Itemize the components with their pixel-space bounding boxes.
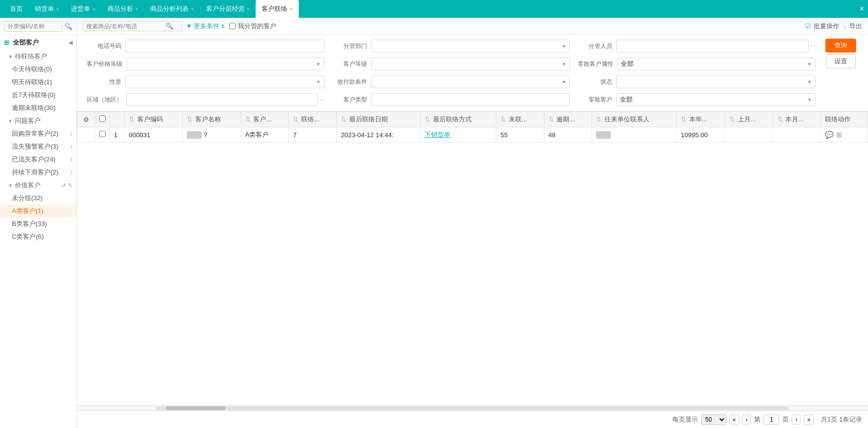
grid-icon: ⊞ — [4, 39, 9, 46]
nature-label: 性质 — [87, 78, 121, 86]
my-customers-checkbox[interactable] — [229, 23, 236, 29]
sidebar-item-overdue-contact[interactable]: 逾期未联络(30) — [0, 102, 76, 114]
row-no-contact-cell: 55 — [496, 127, 544, 143]
prev-page-button[interactable]: ‹ — [742, 415, 751, 425]
customer-type-label: 客户类型 — [332, 96, 367, 104]
last-page-button[interactable]: » — [804, 415, 814, 425]
horizontal-scrollbar[interactable] — [77, 405, 868, 411]
dept-select[interactable]: ▼ — [371, 40, 570, 53]
row-unit-contact-blurred — [596, 131, 611, 139]
col-last-month[interactable]: ⇅ 上月... — [725, 112, 773, 127]
scatter-attr-select[interactable]: 全部 ▼ — [617, 57, 815, 70]
sidebar-item-declining[interactable]: 持续下滑客户(2) ℹ — [0, 166, 76, 179]
sidebar-item-class-c[interactable]: C类客户(6) — [0, 230, 76, 243]
col-overdue-label: 逾期... — [556, 115, 575, 123]
edit-icon[interactable]: ✎ — [68, 182, 72, 189]
customer-level-select[interactable]: ▼ — [371, 57, 570, 70]
set-button[interactable]: 设置 — [826, 54, 856, 68]
nav-customer-contact-close[interactable]: × — [289, 6, 292, 12]
settings-icon[interactable]: ⚙ — [83, 116, 89, 123]
page-number-input[interactable] — [763, 415, 779, 425]
nature-select[interactable]: ▼ — [125, 75, 325, 88]
qr-icon[interactable]: ⊞ — [836, 131, 842, 139]
sidebar-item-churn-warning[interactable]: 流失预警客户(3) ℹ — [0, 140, 76, 153]
nav-sales-close[interactable]: × — [56, 6, 59, 12]
col-code[interactable]: ⇅ 客户编码 — [125, 112, 183, 127]
first-page-button[interactable]: « — [729, 415, 740, 425]
col-type[interactable]: ⇅ 客户... — [241, 112, 289, 127]
export-button[interactable]: ↓ 导出 — [843, 22, 862, 31]
col-overdue[interactable]: ⇅ 逾期... — [544, 112, 592, 127]
nav-purchase-order[interactable]: 进货单 × — [65, 0, 101, 18]
filter-cell-nature: 性质 ▼ — [83, 74, 328, 89]
sidebar-item-ungrouped[interactable]: 未分组(32) — [0, 192, 76, 205]
person-input[interactable] — [616, 40, 809, 53]
nav-product-analysis-close[interactable]: × — [135, 6, 138, 12]
row-checkbox[interactable] — [99, 131, 106, 137]
more-conditions-button[interactable]: ▼ 更多条件 ∧ — [186, 22, 225, 31]
refresh-icon[interactable]: ↺ — [61, 182, 66, 189]
region-input[interactable] — [126, 93, 318, 106]
region-dots-icon[interactable]: ··· — [320, 96, 325, 103]
row-last-method-cell[interactable]: 下销货单 — [421, 127, 496, 143]
search-input[interactable] — [86, 23, 165, 30]
sidebar-item-today-contact[interactable]: 今天待联络(0) — [0, 63, 76, 76]
sidebar-item-abnormal-repurchase[interactable]: 回购异常客户(2) ℹ — [0, 127, 76, 140]
sidebar-item-tomorrow-contact[interactable]: 明天待联络(1) — [0, 76, 76, 89]
filter-cell-scatter-customer: 零散客户 全部 ▼ — [574, 92, 819, 107]
chat-icon[interactable]: 💬 — [825, 131, 833, 139]
sidebar-group-problem-customers[interactable]: ▼ 问题客户 — [0, 114, 76, 127]
scrollbar-thumb[interactable] — [166, 406, 225, 410]
batch-operation-button[interactable]: ☑ 批量操作 — [805, 22, 839, 31]
nav-customer-contact[interactable]: 客户联络 × — [256, 0, 298, 18]
sidebar-search-icon[interactable]: 🔍 — [64, 23, 72, 30]
sidebar-collapse-icon[interactable]: ◀ — [68, 40, 72, 46]
payment-select[interactable]: ▼ — [371, 75, 570, 88]
sidebar-item-churned[interactable]: 已流失客户(24) ℹ — [0, 153, 76, 166]
nav-product-analysis-label: 商品分析 — [108, 4, 133, 13]
sidebar-item-7days-contact[interactable]: 近7天待联络(0) — [0, 89, 76, 102]
nav-customer-segment[interactable]: 客户分层经营 × — [200, 0, 256, 18]
next-page-button[interactable]: › — [792, 415, 801, 425]
nav-product-analysis[interactable]: 商品分析 × — [102, 0, 144, 18]
col-unit-contact[interactable]: ⇅ 往来单位联系人 — [592, 112, 677, 127]
nav-sales-label: 销货单 — [35, 4, 54, 13]
scatter-attr-chevron-icon: ▼ — [807, 61, 812, 67]
phone-input[interactable] — [125, 40, 325, 53]
sidebar-group-value-customers[interactable]: ▼ 价值客户 ↺ ✎ — [0, 179, 76, 192]
col-contact[interactable]: ⇅ 联络... — [289, 112, 337, 127]
table-header-row: ⚙ ⇅ 客户编码 ⇅ 客户名称 — [77, 112, 868, 127]
sidebar-all-customers-header[interactable]: ⊞ 全部客户 ◀ — [0, 35, 76, 50]
col-last-method[interactable]: ⇅ 最后联络方式 — [421, 112, 496, 127]
nav-home[interactable]: 首页 — [4, 0, 29, 18]
window-close-button[interactable]: × — [860, 4, 864, 13]
sidebar-search-input[interactable] — [4, 21, 62, 32]
query-button[interactable]: 查询 — [825, 39, 856, 53]
sidebar-item-class-b[interactable]: B类客户(33) — [0, 217, 76, 230]
col-name[interactable]: ⇅ 客户名称 — [183, 112, 241, 127]
nav-sales-order[interactable]: 销货单 × — [29, 0, 65, 18]
col-no-contact[interactable]: ⇅ 未联... — [496, 112, 544, 127]
advanced-filter-panel: 电话号码 分管部门 ▼ 分管人员 — [77, 35, 868, 111]
price-level-select[interactable]: ▼ — [126, 57, 325, 70]
sort-icon-this-year: ⇅ — [681, 115, 686, 123]
search-icon[interactable]: 🔍 — [165, 22, 173, 30]
status-select[interactable]: ▼ — [616, 75, 815, 88]
col-this-year[interactable]: ⇅ 本年... — [677, 112, 725, 127]
region-label: 区域（地区） — [87, 96, 122, 104]
person-dots-icon[interactable]: ··· — [811, 43, 815, 50]
nav-purchase-close[interactable]: × — [92, 6, 95, 12]
sidebar-group-pending-contact[interactable]: ▼ 待联络客户 — [0, 50, 76, 63]
col-last-date[interactable]: ⇅ 最后联络日期 — [337, 112, 421, 127]
col-settings[interactable]: ⚙ — [77, 112, 95, 127]
nav-product-analysis-list[interactable]: 商品分析列表 × — [144, 0, 200, 18]
sidebar-item-class-a[interactable]: A类客户(1) — [0, 205, 76, 217]
per-page-select[interactable]: 50 100 200 — [701, 414, 726, 425]
nav-customer-segment-close[interactable]: × — [247, 6, 250, 12]
nature-chevron-icon: ▼ — [316, 79, 321, 85]
customer-type-input[interactable] — [371, 93, 570, 106]
col-this-month[interactable]: ⇅ 本月... — [773, 112, 821, 127]
scatter-customer-select[interactable]: 全部 ▼ — [616, 93, 815, 106]
nav-product-analysis-list-close[interactable]: × — [191, 6, 194, 12]
select-all-checkbox[interactable] — [99, 115, 106, 122]
